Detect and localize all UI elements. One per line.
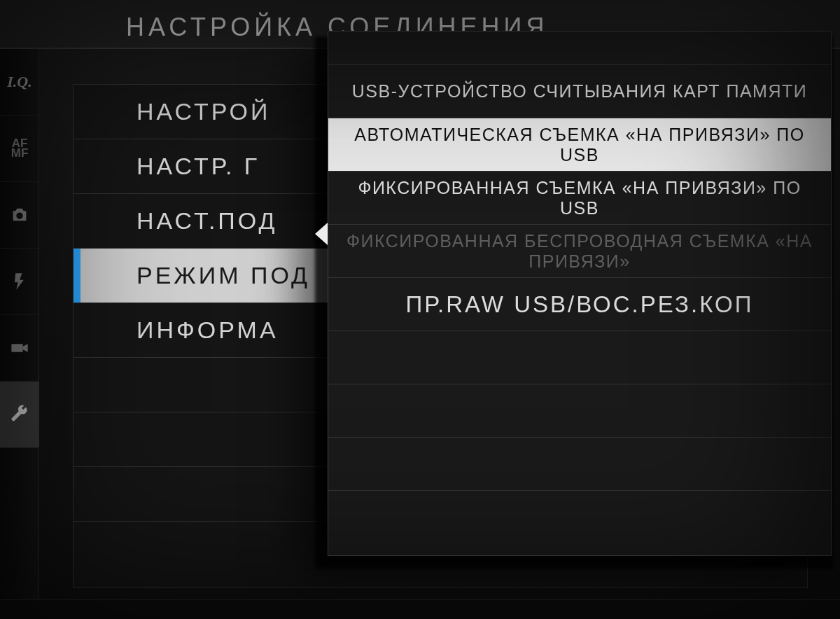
main-row-label: НАСТР. Г bbox=[136, 153, 260, 180]
svg-point-0 bbox=[18, 214, 21, 218]
sidebar: I.Q. AFMF bbox=[0, 49, 39, 605]
submenu-overlay: USB-УСТРОЙСТВО СЧИТЫВАНИЯ КАРТ ПАМЯТИ АВ… bbox=[328, 31, 832, 556]
camera-icon bbox=[10, 205, 29, 225]
svg-rect-1 bbox=[11, 344, 22, 352]
submenu-item-label: ФИКСИРОВАННАЯ БЕСПРОВОДНАЯ СЪЕМКА «НА ПР… bbox=[342, 231, 817, 272]
submenu-item-1[interactable]: АВТОМАТИЧЕСКАЯ СЪЕМКА «НА ПРИВЯЗИ» ПО US… bbox=[328, 118, 831, 172]
iq-icon: I.Q. bbox=[7, 73, 31, 91]
wrench-icon bbox=[10, 405, 29, 424]
main-row-label: НАСТРОЙ bbox=[136, 98, 271, 125]
afmf-icon: AFMF bbox=[11, 139, 29, 159]
submenu-empty-row bbox=[328, 331, 831, 384]
sidebar-tab-afmf[interactable]: AFMF bbox=[0, 116, 39, 182]
flash-icon bbox=[10, 272, 29, 291]
main-row-label: РЕЖИМ ПОД bbox=[136, 262, 310, 289]
camera-menu-screen: НАСТРОЙКА СОЕДИНЕНИЯ I.Q. AFMF НАСТРОЙ Н… bbox=[0, 0, 840, 619]
sidebar-tab-empty bbox=[0, 448, 39, 515]
submenu-item-label: АВТОМАТИЧЕСКАЯ СЪЕМКА «НА ПРИВЯЗИ» ПО US… bbox=[342, 125, 817, 165]
submenu-item-label: ФИКСИРОВАННАЯ СЪЕМКА «НА ПРИВЯЗИ» ПО USB bbox=[342, 178, 817, 218]
bottom-strip bbox=[0, 599, 840, 619]
submenu-empty-row bbox=[328, 491, 831, 544]
sidebar-tab-shooting[interactable] bbox=[0, 182, 39, 249]
sidebar-tab-movie[interactable] bbox=[0, 315, 39, 382]
submenu-item-4[interactable]: ПР.RAW USB/ВОС.РЕЗ.КОП bbox=[328, 278, 831, 331]
overlay-spacer bbox=[328, 32, 831, 65]
main-row-label: НАСТ.ПОД bbox=[136, 207, 278, 235]
submenu-empty-row bbox=[328, 438, 831, 491]
submenu-item-0[interactable]: USB-УСТРОЙСТВО СЧИТЫВАНИЯ КАРТ ПАМЯТИ bbox=[328, 65, 831, 118]
submenu-empty-row bbox=[328, 384, 831, 438]
sidebar-tab-setup[interactable] bbox=[0, 382, 39, 448]
submenu-item-2[interactable]: ФИКСИРОВАННАЯ СЪЕМКА «НА ПРИВЯЗИ» ПО USB bbox=[328, 172, 831, 225]
submenu-pointer-icon bbox=[315, 223, 328, 245]
movie-icon bbox=[10, 338, 29, 358]
submenu-item-3: ФИКСИРОВАННАЯ БЕСПРОВОДНАЯ СЪЕМКА «НА ПР… bbox=[328, 225, 831, 278]
submenu-item-label: USB-УСТРОЙСТВО СЧИТЫВАНИЯ КАРТ ПАМЯТИ bbox=[352, 81, 807, 102]
sidebar-tab-flash[interactable] bbox=[0, 249, 39, 315]
main-row-label: ИНФОРМА bbox=[136, 317, 279, 344]
sidebar-tab-iq[interactable]: I.Q. bbox=[0, 49, 39, 116]
submenu-item-label: ПР.RAW USB/ВОС.РЕЗ.КОП bbox=[406, 291, 754, 318]
